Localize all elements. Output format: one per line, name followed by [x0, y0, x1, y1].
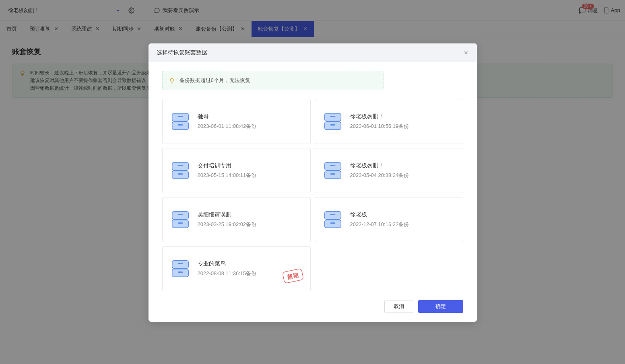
cabinet-icon — [323, 160, 343, 181]
svg-rect-22 — [172, 220, 188, 228]
bulb-icon — [169, 78, 175, 84]
svg-rect-16 — [177, 173, 183, 175]
svg-text:超期: 超期 — [286, 271, 299, 280]
cabinet-icon — [170, 160, 190, 181]
svg-rect-23 — [177, 214, 183, 215]
backup-name: 交付培训专用 — [198, 162, 257, 169]
backup-time: 2023-05-15 14:00:11备份 — [198, 172, 257, 179]
backup-time: 2022-12-07 10:16:22备份 — [350, 221, 409, 228]
backup-time: 2022-08-08 11:36:15备份 — [198, 270, 257, 277]
close-icon[interactable] — [463, 50, 469, 56]
svg-rect-18 — [324, 171, 341, 179]
backup-time: 2023-06-01 10:56:19备份 — [350, 123, 409, 130]
svg-rect-26 — [324, 220, 341, 228]
modal-overlay: 选择待恢复账套数据 备份数据超过6个月，无法恢复 驰哥2023-06-01 11… — [0, 0, 625, 364]
cabinet-icon — [170, 111, 190, 132]
svg-rect-15 — [177, 165, 183, 166]
svg-rect-7 — [177, 116, 183, 117]
cabinet-icon — [323, 111, 343, 132]
backup-card[interactable]: 吴细细请误删2023-03-25 19:02:02备份 — [162, 197, 311, 242]
svg-rect-17 — [324, 162, 341, 171]
svg-rect-30 — [172, 269, 188, 277]
backup-name: 徐老板勿删！ — [350, 113, 409, 120]
svg-rect-21 — [172, 212, 188, 220]
backup-time: 2023-06-01 11:08:42备份 — [198, 123, 257, 130]
backup-card[interactable]: 交付培训专用2023-05-15 14:00:11备份 — [162, 148, 311, 193]
svg-rect-13 — [172, 162, 188, 171]
modal-info-box: 备份数据超过6个月，无法恢复 — [162, 71, 384, 90]
backup-name: 徐老板勿删！ — [350, 162, 409, 169]
backup-time: 2023-05-04 20:38:24备份 — [350, 172, 409, 179]
confirm-button[interactable]: 确定 — [418, 300, 463, 313]
svg-rect-19 — [330, 165, 335, 166]
svg-rect-27 — [330, 214, 335, 215]
cancel-button[interactable]: 取消 — [384, 300, 413, 313]
cabinet-icon — [323, 210, 343, 230]
svg-rect-14 — [172, 171, 188, 179]
svg-rect-6 — [172, 122, 188, 130]
backup-card[interactable]: 专业的菜鸟2022-08-08 11:36:15备份超期 — [162, 246, 311, 291]
modal-body: 备份数据超过6个月，无法恢复 驰哥2023-06-01 11:08:42备份徐老… — [149, 62, 477, 295]
backup-cards-grid: 驰哥2023-06-01 11:08:42备份徐老板勿删！2023-06-01 … — [162, 99, 463, 291]
backup-name: 徐老板 — [350, 211, 409, 218]
cabinet-icon — [170, 210, 190, 230]
backup-name: 驰哥 — [198, 113, 257, 120]
svg-rect-28 — [330, 222, 335, 224]
modal-info-text: 备份数据超过6个月，无法恢复 — [179, 77, 250, 84]
backup-card[interactable]: 徐老板勿删！2023-06-01 10:56:19备份 — [315, 99, 463, 144]
modal-footer: 取消 确定 — [149, 295, 477, 322]
svg-rect-5 — [172, 113, 188, 121]
overdue-stamp: 超期 — [282, 268, 304, 284]
svg-rect-10 — [324, 122, 341, 130]
backup-name: 吴细细请误删 — [198, 211, 257, 218]
svg-rect-12 — [330, 124, 335, 125]
backup-card[interactable]: 驰哥2023-06-01 11:08:42备份 — [162, 99, 311, 144]
modal-header: 选择待恢复账套数据 — [149, 43, 477, 62]
restore-modal: 选择待恢复账套数据 备份数据超过6个月，无法恢复 驰哥2023-06-01 11… — [149, 43, 477, 322]
svg-rect-25 — [324, 212, 341, 220]
svg-rect-29 — [172, 261, 188, 269]
svg-rect-8 — [177, 124, 183, 125]
backup-card[interactable]: 徐老板2022-12-07 10:16:22备份 — [315, 197, 463, 242]
svg-rect-11 — [330, 116, 335, 117]
svg-rect-9 — [324, 113, 341, 121]
backup-name: 专业的菜鸟 — [198, 260, 257, 267]
svg-rect-24 — [177, 222, 183, 224]
svg-rect-31 — [177, 263, 183, 264]
svg-rect-32 — [177, 271, 183, 273]
svg-rect-20 — [330, 173, 335, 175]
modal-title: 选择待恢复账套数据 — [157, 49, 207, 56]
backup-card[interactable]: 徐老板勿删！2023-05-04 20:38:24备份 — [315, 148, 463, 193]
cabinet-icon — [170, 259, 190, 279]
backup-time: 2023-03-25 19:02:02备份 — [198, 221, 257, 228]
